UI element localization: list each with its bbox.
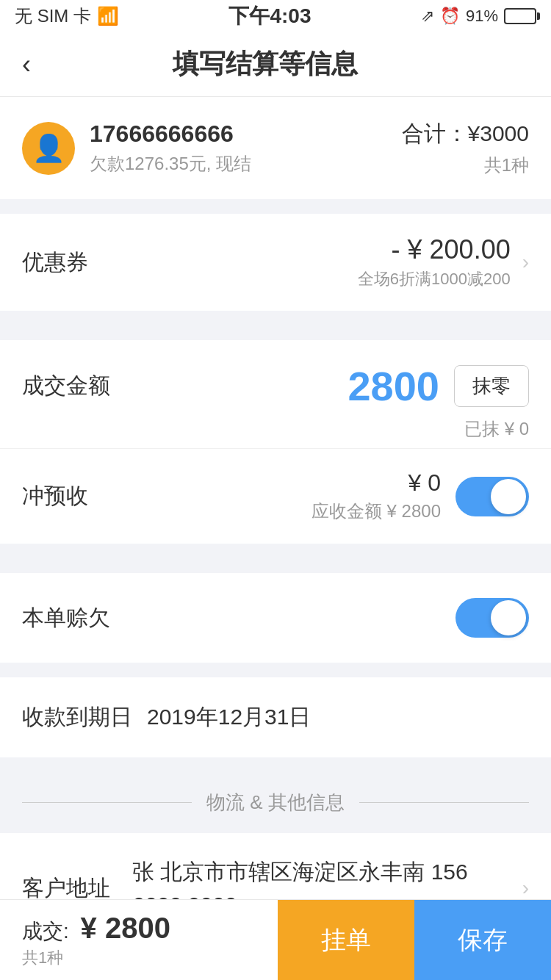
coupon-amount: - ¥ 200.00 xyxy=(358,234,511,265)
prepaid-amount: ¥ 0 xyxy=(311,469,441,497)
due-date-row: 收款到期日 2019年12月31日 xyxy=(0,677,551,757)
prepaid-row: 冲预收 ¥ 0 应收金额 ¥ 2800 xyxy=(0,448,551,544)
alarm-icon: ⏰ xyxy=(440,7,460,26)
bottom-deal-text: 成交: xyxy=(22,920,69,943)
gray-divider-1 xyxy=(0,325,551,340)
debt-toggle[interactable] xyxy=(455,598,529,638)
due-date-label: 收款到期日 xyxy=(22,702,132,732)
bottom-deal-label: 成交: ¥ 2800 xyxy=(22,912,256,945)
deal-amount-value: 2800 xyxy=(110,362,439,410)
prepaid-label: 冲预收 xyxy=(22,481,88,511)
logistics-section-divider: 物流 & 其他信息 xyxy=(0,772,551,833)
back-button[interactable]: ‹ xyxy=(22,42,46,87)
divider-line-right xyxy=(359,802,529,803)
coupon-right: - ¥ 200.00 全场6折满1000减200 xyxy=(358,234,511,290)
status-left: 无 SIM 卡 📶 xyxy=(15,4,119,28)
wifi-icon: 📶 xyxy=(97,6,119,26)
debt-row: 本单赊欠 xyxy=(0,573,551,663)
prepaid-sub: 应收金额 ¥ 2800 xyxy=(311,500,441,523)
avatar-icon: 👤 xyxy=(32,133,65,164)
customer-phone: 17666666666 xyxy=(90,120,402,148)
save-button[interactable]: 保存 xyxy=(414,900,551,981)
sim-status: 无 SIM 卡 xyxy=(15,4,91,28)
battery-icon xyxy=(504,8,536,24)
location-icon: ⇗ xyxy=(421,7,434,26)
debt-toggle-knob xyxy=(491,600,526,635)
status-bar: 无 SIM 卡 📶 下午4:03 ⇗ ⏰ 91% xyxy=(0,0,551,32)
round-zero-button[interactable]: 抹零 xyxy=(454,365,529,407)
battery-percent: 91% xyxy=(466,7,498,26)
deal-amount-label: 成交金额 xyxy=(22,371,110,401)
deal-amount-row: 成交金额 2800 抹零 xyxy=(0,340,551,417)
toggle-knob xyxy=(491,479,526,514)
coupon-desc: 全场6折满1000减200 xyxy=(358,268,511,290)
total-amount: 合计：¥3000 xyxy=(402,119,529,149)
avatar: 👤 xyxy=(22,122,75,175)
gray-divider-2 xyxy=(0,558,551,573)
bottom-sub: 共1种 xyxy=(22,947,256,969)
coupon-label: 优惠券 xyxy=(22,248,88,278)
customer-info-card: 👤 17666666666 欠款1276.35元, 现结 合计：¥3000 共1… xyxy=(0,97,551,199)
status-right: ⇗ ⏰ 91% xyxy=(421,7,536,26)
customer-total: 合计：¥3000 共1种 xyxy=(402,119,529,177)
coupon-arrow-icon: › xyxy=(522,251,529,274)
divider-line-left xyxy=(22,802,192,803)
customer-sub: 欠款1276.35元, 现结 xyxy=(90,152,402,176)
customer-details: 17666666666 欠款1276.35元, 现结 xyxy=(90,120,402,176)
deal-sub: 已抹 ¥ 0 xyxy=(0,417,551,448)
debt-label: 本单赊欠 xyxy=(22,603,455,633)
address-arrow-icon: › xyxy=(522,876,529,900)
hang-order-button[interactable]: 挂单 xyxy=(278,900,414,981)
deal-amount-section: 成交金额 2800 抹零 已抹 ¥ 0 冲预收 ¥ 0 应收金额 ¥ 2800 xyxy=(0,340,551,544)
due-date-value: 2019年12月31日 xyxy=(147,702,311,732)
bottom-info: 成交: ¥ 2800 共1种 xyxy=(0,912,278,969)
prepaid-toggle[interactable] xyxy=(455,477,529,516)
bottom-bar: 成交: ¥ 2800 共1种 挂单 保存 xyxy=(0,899,551,980)
page-title: 填写结算等信息 xyxy=(46,46,485,82)
bottom-deal-amount: ¥ 2800 xyxy=(81,912,170,944)
prepaid-right: ¥ 0 应收金额 ¥ 2800 xyxy=(311,469,441,523)
nav-bar: ‹ 填写结算等信息 xyxy=(0,32,551,97)
coupon-row[interactable]: 优惠券 - ¥ 200.00 全场6折满1000减200 › xyxy=(0,214,551,311)
total-sub: 共1种 xyxy=(402,154,529,177)
logistics-section-label: 物流 & 其他信息 xyxy=(206,790,345,815)
status-time: 下午4:03 xyxy=(228,2,311,30)
